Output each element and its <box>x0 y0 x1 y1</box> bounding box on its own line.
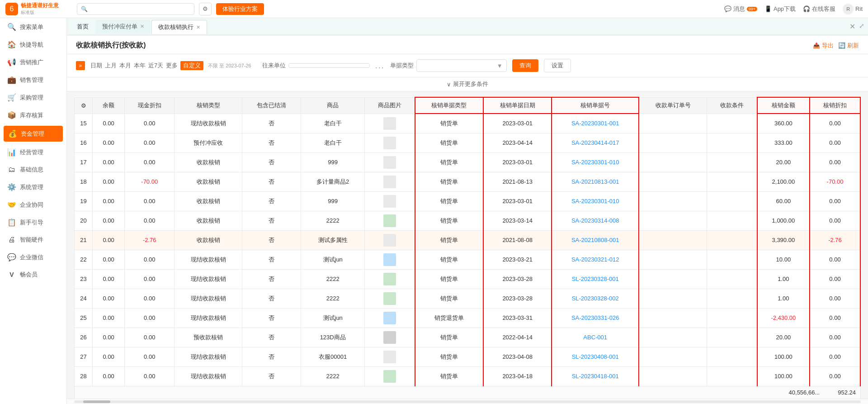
cell-verify-discount: 0.00 <box>810 250 860 269</box>
cell-verify-doc-date: 2023-03-01 <box>483 114 552 133</box>
sidebar-item-search[interactable]: 🔍 搜索菜单 <box>0 18 66 36</box>
sidebar-item-purchase[interactable]: 🛒 采购管理 <box>0 89 66 106</box>
cell-goods-img <box>365 366 415 386</box>
sidebar-item-capital[interactable]: 💰 资金管理 <box>4 126 63 142</box>
cell-num: 22 <box>75 250 93 269</box>
tab-prepay-close[interactable]: ✕ <box>140 24 144 29</box>
sidebar-item-vip[interactable]: V 畅会员 <box>0 266 66 283</box>
cell-verify-amount: 1,000.00 <box>757 211 810 230</box>
cell-collect-order-no <box>639 289 707 308</box>
date-last-month[interactable]: 上月 <box>105 62 117 70</box>
sidebar-item-system[interactable]: ⚙️ 系统管理 <box>0 178 66 196</box>
cell-goods-img <box>365 172 415 191</box>
date-custom[interactable]: 自定义 <box>180 61 203 70</box>
sidebar-item-smarthw[interactable]: 🖨 智能硬件 <box>0 231 66 248</box>
online-service-button[interactable]: 🎧 在线客服 <box>803 5 835 13</box>
cell-verify-doc-no[interactable]: SA-20230301-001 <box>552 114 639 133</box>
date-more[interactable]: 更多 <box>166 62 178 70</box>
sidebar-item-marketing[interactable]: 📢 营销推广 <box>0 53 66 71</box>
th-gear[interactable]: ⚙ <box>75 97 93 114</box>
cell-collect-order-no <box>639 211 707 230</box>
tab-prepay[interactable]: 预付冲应付单 ✕ <box>96 20 151 33</box>
cell-collect-order-no <box>639 366 707 386</box>
cell-verify-doc-no[interactable]: SA-20210808-001 <box>552 230 639 250</box>
app-download-button[interactable]: 📱 App下载 <box>764 5 796 13</box>
tab-collect-verify-close[interactable]: ✕ <box>196 24 200 30</box>
trial-btn[interactable]: 体验行业方案 <box>216 3 264 15</box>
cell-verify-doc-date: 2023-04-18 <box>483 366 552 386</box>
cell-verify-discount: 0.00 <box>810 328 860 347</box>
scroll-thumb[interactable] <box>83 400 110 403</box>
th-verify-type: 核销类型 <box>175 97 242 114</box>
sidebar-item-sales[interactable]: 💼 销售管理 <box>0 71 66 89</box>
cell-verify-doc-no[interactable]: SA-20230301-010 <box>552 191 639 211</box>
cell-verify-doc-no[interactable]: SL-20230328-002 <box>552 289 639 308</box>
cell-verify-doc-no[interactable]: SL-20230328-001 <box>552 269 639 289</box>
service-icon: 🎧 <box>803 5 810 12</box>
tab-home[interactable]: 首页 <box>71 20 95 33</box>
cell-verify-doc-no[interactable]: SA-20230301-010 <box>552 152 639 172</box>
cell-verify-doc-no[interactable]: ABC-001 <box>552 328 639 347</box>
settings-button[interactable]: ⚙ <box>199 3 212 15</box>
inventory-icon: 📦 <box>7 111 16 119</box>
close-all-icon[interactable]: ✕ <box>849 22 855 31</box>
top-search-bar[interactable]: 🔍 <box>77 3 194 15</box>
cell-balance: 0.00 <box>93 308 125 328</box>
cell-verify-doc-type: 销货单 <box>415 366 483 386</box>
cell-includes-settled: 否 <box>242 114 301 133</box>
cell-verify-amount: 360.00 <box>757 114 810 133</box>
table-row: 24 0.00 0.00 现结收款核销 否 2222 销货单 2023-03-2… <box>75 289 861 308</box>
maximize-icon[interactable]: ⤢ <box>859 22 864 31</box>
cell-verify-doc-no[interactable]: SA-20230331-026 <box>552 308 639 328</box>
cell-goods-img <box>365 133 415 152</box>
expand-filter-button[interactable]: ∨ 展开更多条件 <box>447 80 488 88</box>
user-menu[interactable]: R Rit <box>843 4 863 14</box>
message-button[interactable]: 💬 消息 99+ <box>724 5 757 13</box>
date-this-month[interactable]: 本月 <box>119 62 131 70</box>
cell-verify-doc-no[interactable]: SA-20210813-001 <box>552 172 639 191</box>
table-row: 15 0.00 0.00 现结收款核销 否 老白干 销货单 2023-03-01… <box>75 114 861 133</box>
sidebar-item-inventory[interactable]: 📦 库存核算 <box>0 106 66 124</box>
filter-dots[interactable]: ... <box>375 61 385 71</box>
date-last-7days[interactable]: 近7天 <box>148 62 163 70</box>
cell-collect-cond <box>707 172 757 191</box>
cell-collect-cond <box>707 230 757 250</box>
query-button[interactable]: 查询 <box>512 59 538 72</box>
app-icon: 📱 <box>764 5 772 12</box>
scroll-track <box>74 400 861 403</box>
cell-goods: 2222 <box>301 269 365 289</box>
refresh-button[interactable]: 🔄 刷新 <box>838 42 859 50</box>
cell-verify-doc-no[interactable]: SA-20230314-008 <box>552 211 639 230</box>
cell-verify-amount: 20.00 <box>757 152 810 172</box>
cell-includes-settled: 否 <box>242 366 301 386</box>
cell-verify-doc-no[interactable]: SA-20230414-017 <box>552 133 639 152</box>
sidebar-item-baseinfo[interactable]: 🗂 基础信息 <box>0 161 66 178</box>
export-button[interactable]: 📤 导出 <box>813 42 834 50</box>
cell-verify-doc-date: 2023-03-21 <box>483 250 552 269</box>
th-collect-order-no: 收款单订单号 <box>639 97 707 114</box>
partner-input[interactable] <box>288 63 370 68</box>
cell-verify-doc-no[interactable]: SL-20230418-001 <box>552 366 639 386</box>
cell-goods-img <box>365 211 415 230</box>
filter-toggle-btn[interactable]: » <box>76 61 85 70</box>
cell-verify-doc-no[interactable]: SL-20230408-001 <box>552 347 639 366</box>
page-title: 收款核销执行(按收款) <box>76 41 146 50</box>
sidebar-item-beginner[interactable]: 📋 新手引导 <box>0 214 66 231</box>
cell-collect-order-no <box>639 152 707 172</box>
tab-collect-verify[interactable]: 收款核销执行 ✕ <box>151 20 207 34</box>
cell-goods-img <box>365 347 415 366</box>
cell-cash-discount: 0.00 <box>125 308 175 328</box>
sidebar-item-wechat[interactable]: 💬 企业微信 <box>0 248 66 266</box>
cell-balance: 0.00 <box>93 191 125 211</box>
table-row: 22 0.00 0.00 现结收款核销 否 测试jun 销货单 2023-03-… <box>75 250 861 269</box>
doctype-select[interactable]: ▼ <box>416 59 507 72</box>
collab-icon: 🤝 <box>7 200 16 209</box>
setting-button[interactable]: 设置 <box>544 59 571 72</box>
search-input[interactable] <box>90 6 190 12</box>
date-this-year[interactable]: 本年 <box>134 62 146 70</box>
cell-verify-doc-no[interactable]: SA-20230321-012 <box>552 250 639 269</box>
sidebar-item-collab[interactable]: 🤝 企业协同 <box>0 196 66 214</box>
horizontal-scrollbar[interactable] <box>67 399 868 404</box>
sidebar-item-quicknav[interactable]: 🏠 快捷导航 <box>0 36 66 53</box>
sidebar-item-ops[interactable]: 📊 经营管理 <box>0 143 66 161</box>
